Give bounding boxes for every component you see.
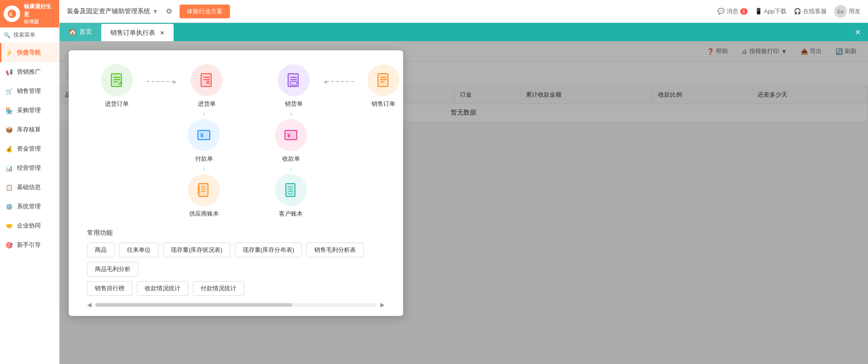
flow-item-payment: ¥ 付款单 bbox=[174, 119, 234, 163]
modal-scrollbar-track bbox=[95, 303, 377, 307]
flow-row-1: 进货订单 ▶ bbox=[87, 64, 403, 108]
flow-item-sales-order: 销售订单 bbox=[354, 64, 403, 108]
sidebar-item-basic-info[interactable]: 📋 基础信息 bbox=[0, 178, 59, 197]
svg-rect-33 bbox=[286, 184, 295, 196]
func-btn-payment-stats[interactable]: 付款情况统计 bbox=[193, 281, 244, 296]
sales-order-label: 销售订单 bbox=[371, 100, 395, 108]
flow-item-receipt: ¥ 收款单 bbox=[261, 119, 321, 163]
svg-text:¥: ¥ bbox=[200, 132, 204, 139]
scroll-left-arrow[interactable]: ◀ bbox=[87, 301, 92, 308]
modal-scrollbar-thumb[interactable] bbox=[95, 303, 292, 307]
func-btn-partner[interactable]: 往来单位 bbox=[119, 243, 158, 257]
func-btn-goods-gross[interactable]: 商品毛利分析 bbox=[87, 262, 138, 277]
svg-rect-21 bbox=[198, 130, 210, 140]
basic-info-icon: 📋 bbox=[5, 183, 13, 191]
service-icon: 🎧 bbox=[794, 8, 801, 15]
func-btn-sales-rank[interactable]: 销售排行榜 bbox=[87, 281, 132, 296]
flow-item-customer-ledger: 客户账本 bbox=[261, 174, 321, 218]
flow-item-purchase: 进货单 bbox=[177, 64, 236, 108]
sidebar-item-label-6: 经营管理 bbox=[17, 164, 41, 172]
sidebar-item-label-3: 采购管理 bbox=[17, 106, 41, 114]
marketing-icon: 📢 bbox=[5, 68, 13, 76]
message-badge: 6 bbox=[740, 8, 748, 15]
flow-modal: 进货订单 ▶ bbox=[69, 50, 403, 316]
flow-modal-overlay[interactable]: 进货订单 ▶ bbox=[60, 41, 868, 364]
supplier-ledger-icon bbox=[188, 174, 220, 206]
purchase-icon: 🏪 bbox=[5, 106, 13, 114]
tab-bar-close[interactable]: ✕ bbox=[855, 28, 861, 37]
func-buttons-row1: 商品 往来单位 现存量(库存状况表) 现存量(库存分布表) 销售毛利分析表 商品… bbox=[87, 243, 385, 277]
message-icon: 💬 bbox=[717, 8, 725, 15]
collab-icon: 🤝 bbox=[5, 222, 13, 230]
arrow-down-purchase: ↓ bbox=[202, 108, 205, 119]
sidebar-item-collab[interactable]: 🤝 企业协同 bbox=[0, 216, 59, 235]
sidebar-item-finance[interactable]: 💰 资金管理 bbox=[0, 139, 59, 158]
sidebar-item-quicknav[interactable]: ⚡ 快捷导航 bbox=[0, 43, 59, 62]
func-btn-receipt-stats[interactable]: 收款情况统计 bbox=[137, 281, 188, 296]
sidebar-item-purchase[interactable]: 🏪 采购管理 bbox=[0, 101, 59, 120]
user-menu[interactable]: Ea 用友 bbox=[834, 5, 861, 18]
sidebar-item-newbie[interactable]: 🎯 新手引导 bbox=[0, 235, 59, 255]
svg-text:6: 6 bbox=[10, 11, 12, 17]
logo-icon: 6 bbox=[4, 5, 20, 22]
system-selector[interactable]: 装备及固定资产辅助管理系统 ▼ bbox=[67, 7, 158, 16]
sidebar-item-label-8: 系统管理 bbox=[17, 202, 41, 211]
purchase-order-icon bbox=[101, 64, 133, 96]
sidebar-item-management[interactable]: 📊 经营管理 bbox=[0, 158, 59, 178]
func-btn-stock-status[interactable]: 现存量(库存状况表) bbox=[163, 243, 230, 257]
sidebar-item-label-5: 资金管理 bbox=[17, 145, 41, 153]
modal-scrollbar-container: ◀ ▶ bbox=[87, 301, 385, 308]
func-btn-sales-gross[interactable]: 销售毛利分析表 bbox=[306, 243, 364, 257]
sidebar-search[interactable]: 🔍 搜索菜单 bbox=[0, 27, 59, 43]
online-service-btn[interactable]: 🎧 在线客服 bbox=[794, 7, 827, 16]
search-icon: 🔍 bbox=[4, 32, 11, 38]
tab-close-icon[interactable]: ✕ bbox=[160, 30, 164, 36]
sidebar-item-label-10: 新手引导 bbox=[17, 241, 41, 249]
common-functions: 常用功能 商品 往来单位 现存量(库存状况表) 现存量(库存分布表) 销售毛利分… bbox=[87, 229, 385, 296]
inventory-icon: 📦 bbox=[5, 125, 13, 134]
newbie-icon: 🎯 bbox=[5, 241, 13, 249]
system-icon: ⚙️ bbox=[5, 202, 13, 211]
try-button[interactable]: 体验行业方案 bbox=[180, 5, 230, 18]
flow-item-sales: 销货单 bbox=[264, 64, 323, 108]
sidebar-item-inventory[interactable]: 📦 库存核算 bbox=[0, 120, 59, 139]
svg-rect-32 bbox=[197, 185, 200, 195]
header-right: 💬 消息 6 📱 App下载 🎧 在线客服 Ea 用友 bbox=[717, 5, 861, 18]
supplier-ledger-label: 供应商账本 bbox=[189, 210, 219, 218]
sidebar-item-marketing[interactable]: 📢 营销推广 bbox=[0, 62, 59, 81]
sidebar: 6 畅康通好生意 标准版 🔍 搜索菜单 ⚡ 快捷导航 📢 营销推广 🛒 销售管理… bbox=[0, 0, 60, 364]
tab-bar: 🏠 首页 销售订单执行表 ✕ ✕ bbox=[60, 23, 868, 41]
customer-ledger-icon bbox=[275, 174, 307, 206]
settings-button[interactable]: ⚙ bbox=[164, 5, 174, 17]
finance-icon: 💰 bbox=[5, 145, 13, 153]
user-avatar: Ea bbox=[834, 5, 847, 18]
svg-text:¥: ¥ bbox=[287, 132, 291, 139]
arrow-down-sales: ↓ bbox=[289, 108, 292, 119]
purchase-icon bbox=[191, 64, 223, 96]
sales-icon: 🛒 bbox=[5, 87, 13, 95]
scroll-right-arrow[interactable]: ▶ bbox=[380, 301, 385, 308]
app-download-btn[interactable]: 📱 App下载 bbox=[755, 7, 786, 16]
tab-home[interactable]: 🏠 首页 bbox=[60, 23, 101, 41]
flow-row-2: ¥ 付款单 bbox=[87, 119, 321, 163]
sidebar-item-sales[interactable]: 🛒 销售管理 bbox=[0, 81, 59, 101]
func-btn-stock-dist[interactable]: 现存量(库存分布表) bbox=[235, 243, 302, 257]
sidebar-item-system[interactable]: ⚙️ 系统管理 bbox=[0, 197, 59, 216]
sales-icon bbox=[278, 64, 310, 96]
system-title: 装备及固定资产辅助管理系统 bbox=[67, 7, 150, 16]
message-btn[interactable]: 💬 消息 6 bbox=[717, 7, 748, 16]
func-btn-goods[interactable]: 商品 bbox=[87, 243, 115, 257]
tab-sales-order[interactable]: 销售订单执行表 ✕ bbox=[101, 24, 174, 42]
svg-rect-27 bbox=[199, 184, 208, 196]
sidebar-item-label-4: 库存核算 bbox=[17, 125, 41, 134]
arrow-down-receipt: ↓ bbox=[289, 163, 292, 174]
logo-text: 畅康通好生意 bbox=[24, 3, 55, 18]
flow-item-purchase-order: 进货订单 bbox=[87, 64, 147, 108]
flow-row-3: 供应商账本 bbox=[87, 174, 321, 218]
sidebar-item-label-1: 营销推广 bbox=[17, 68, 41, 76]
sidebar-item-label-2: 销售管理 bbox=[17, 87, 41, 95]
top-header: 装备及固定资产辅助管理系统 ▼ ⚙ 体验行业方案 💬 消息 6 📱 App下载 … bbox=[60, 0, 868, 23]
quicknav-icon: ⚡ bbox=[5, 49, 13, 57]
home-icon: 🏠 bbox=[69, 28, 76, 36]
sidebar-item-label-0: 快捷导航 bbox=[17, 49, 41, 57]
